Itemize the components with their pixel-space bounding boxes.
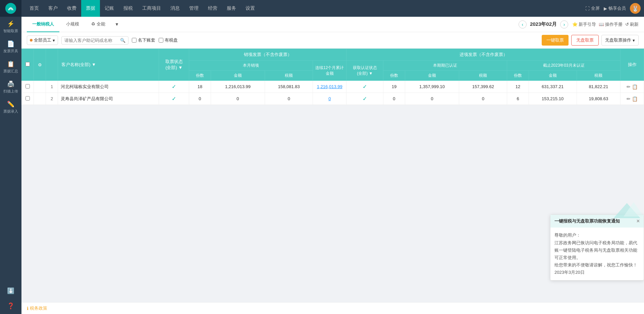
td-pv-amount-2: 0 (405, 93, 459, 105)
th-sales-count: 份数 (189, 71, 211, 81)
th-puv-tax: 税额 (577, 71, 620, 81)
sidebar-item-download[interactable]: ⬇️ (0, 284, 21, 299)
tab-all-label: 全能 (97, 21, 105, 27)
no-disk-ops-btn[interactable]: 无盘取票操作 ▾ (601, 35, 639, 46)
employee-label: 全部员工 (34, 37, 51, 43)
fetch-status-icon-1: ✓ (172, 84, 176, 89)
sidebar-item-scan-upload[interactable]: 🖨️ 扫描上传 (0, 77, 21, 97)
sidebar-item-data-entry[interactable]: ✏️ 票据录入 (0, 97, 21, 117)
nav-management[interactable]: 管理 (184, 0, 203, 17)
nav-service[interactable]: 服务 (222, 0, 241, 17)
nav-accounting[interactable]: 记账 (100, 0, 119, 17)
tab-all[interactable]: ♻ 全能 (86, 17, 111, 32)
subordinate-accounts-label: 名下账套 (138, 37, 155, 43)
cumulative-link-2[interactable]: 0 (328, 96, 331, 101)
sidebar-label-smart-fetch: 智能取票 (3, 28, 18, 34)
nav-tax[interactable]: 报税 (119, 0, 138, 17)
td-pv-count-1: 19 (383, 81, 405, 93)
sidebar-item-invoice-summary[interactable]: 📋 票据汇总 (0, 57, 21, 77)
fullscreen-btn[interactable]: ⛶ 全屏 (585, 5, 600, 11)
td-checkbox-2[interactable] (22, 93, 34, 105)
search-icon[interactable]: 🔍 (120, 38, 125, 43)
table-row: 2 灵寿县尚泽矿产品有限公司 ✓ 0 0 0 0 ✓ 0 0 0 6 (22, 93, 644, 105)
dropdown-icon: ▾ (633, 38, 635, 43)
nav-operation[interactable]: 经营 (203, 0, 222, 17)
td-fetch-status-2: ✓ (159, 93, 189, 105)
td-sales-amount-1: 1,216,013.99 (211, 81, 265, 93)
nav-customer[interactable]: 客户 (44, 0, 62, 17)
filterbar: 全部员工 ▾ 🔍 名下账套 有税盘 一键取票 无盘取票 无盘取票操作 ▾ (21, 32, 644, 49)
td-pv-tax-2: 0 (459, 93, 507, 105)
scan-upload-icon: 🖨️ (7, 80, 14, 88)
nav-settings[interactable]: 设置 (241, 0, 260, 17)
td-pv-count-2: 0 (383, 93, 405, 105)
verify-status-icon-2: ✓ (363, 96, 367, 102)
td-cumulative-1[interactable]: 1,216,013.99 (313, 81, 346, 93)
chevron-down-icon: ▼ (115, 22, 119, 27)
row2-checkbox[interactable] (25, 96, 30, 101)
sidebar-item-smart-fetch[interactable]: ⚡ 智能取票 (0, 17, 21, 37)
nav-message[interactable]: 消息 (166, 0, 184, 17)
th-num (46, 49, 58, 81)
th-pv-count: 份数 (383, 71, 405, 81)
tab-small-scale-label: 小规模 (66, 21, 79, 27)
tab-general-taxpayer[interactable]: 一般纳税人 (27, 17, 59, 32)
td-name-2: 灵寿县尚泽矿产品有限公司 (58, 93, 159, 105)
next-month-btn[interactable]: › (560, 20, 568, 28)
copy-icon-1[interactable]: 📋 (632, 84, 638, 89)
issue-invoice-icon: 📄 (7, 40, 14, 48)
td-cumulative-2[interactable]: 0 (313, 93, 346, 105)
month-nav: ‹ 2023年02月 › (519, 20, 568, 28)
smart-fetch-icon: ⚡ (7, 20, 14, 27)
th-until-unverified: 截止2023年03月未认证 (507, 61, 621, 71)
select-all-checkbox[interactable] (25, 62, 30, 66)
sidebar-item-help[interactable]: ❓ (0, 299, 21, 314)
notification-text: 尊敬的用户： 江苏政务网已恢访问电子税务局功能，易代账一键登陆电子税务局与无盘取… (554, 232, 640, 276)
has-tax-disk-checkbox[interactable]: 有税盘 (159, 37, 178, 43)
th-pv-amount: 金额 (405, 71, 459, 81)
notification-deco (610, 201, 644, 220)
subtab-more-btn[interactable]: ▼ (112, 22, 122, 27)
th-puv-count: 份数 (507, 71, 529, 81)
manual-link[interactable]: 📖 操作手册 (599, 21, 623, 27)
employee-select[interactable]: 全部员工 ▾ (27, 36, 58, 45)
avatar[interactable]: 🐰 (630, 3, 641, 14)
td-verify-status-1: ✓ (346, 81, 383, 93)
cumulative-link-1[interactable]: 1,216,013.99 (317, 84, 342, 89)
download-icon: ⬇️ (7, 287, 14, 295)
copy-icon-2[interactable]: 📋 (632, 96, 638, 102)
tab-all-icon: ♻ (91, 21, 95, 26)
new-guide-link[interactable]: ⭐ 新手引导 (572, 21, 596, 27)
td-sales-tax-1: 158,081.83 (265, 81, 313, 93)
tab-small-scale[interactable]: 小规模 (61, 17, 85, 32)
th-checkbox (22, 49, 34, 81)
td-checkbox-1[interactable] (22, 81, 34, 93)
tax-policy-link[interactable]: 税务政策 (30, 305, 47, 311)
one-click-fetch-btn[interactable]: 一键取票 (542, 35, 569, 46)
subordinate-accounts-checkbox[interactable]: 名下账套 (132, 37, 155, 43)
nav-home[interactable]: 首页 (25, 0, 44, 17)
notification-popup: 一键报税与无盘取票功能恢复通知 × 尊敬的用户： 江苏政务网已恢访问电子税务局功… (550, 214, 644, 280)
td-name-1: 河北柯瑞栋实业有限公司 (58, 81, 159, 93)
td-num-1: 1 (46, 81, 58, 93)
row1-checkbox[interactable] (25, 84, 30, 88)
nav-collection[interactable]: 收费 (62, 0, 81, 17)
no-disk-fetch-btn[interactable]: 无盘取票 (571, 35, 599, 46)
prev-month-btn[interactable]: ‹ (519, 20, 527, 28)
nav-invoice[interactable]: 票据 (81, 0, 100, 17)
th-verify-status: 获取认证状态(全部) ▼ (346, 61, 383, 81)
member-btn[interactable]: ▶ 畅享会员 (604, 5, 626, 11)
sidebar-item-issue-invoice[interactable]: 📄 发票开具 (0, 37, 21, 57)
edit-icon-2[interactable]: ✏ (627, 96, 631, 102)
invoice-summary-icon: 📋 (7, 60, 14, 68)
th-cumulative: 连续12个月累计金额 (313, 61, 346, 81)
refresh-link[interactable]: ↺ 刷新 (625, 21, 639, 27)
nav-business[interactable]: 工商项目 (138, 0, 166, 17)
guide-icon: ⭐ (572, 22, 578, 27)
subordinate-accounts-input[interactable] (132, 38, 137, 43)
manual-icon: 📖 (599, 22, 604, 27)
edit-icon-1[interactable]: ✏ (627, 84, 631, 89)
has-tax-disk-input[interactable] (159, 38, 163, 43)
search-input[interactable] (64, 38, 118, 43)
employee-dropdown-icon: ▾ (53, 38, 55, 43)
